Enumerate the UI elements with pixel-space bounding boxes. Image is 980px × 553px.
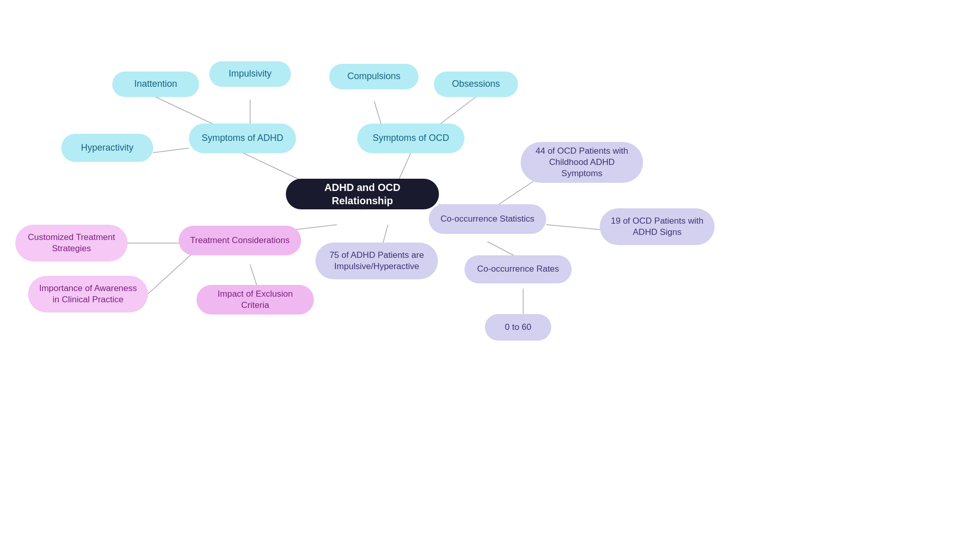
- hyperactivity-node[interactable]: Hyperactivity: [61, 134, 153, 162]
- center-node[interactable]: ADHD and OCD Relationship: [286, 179, 439, 209]
- customized-treatment-node[interactable]: Customized Treatment Strategies: [15, 225, 128, 261]
- patients-75-node[interactable]: 75 of ADHD Patients are Impulsive/Hypera…: [315, 243, 438, 279]
- impact-exclusion-node[interactable]: Impact of Exclusion Criteria: [197, 285, 314, 315]
- importance-awareness-node[interactable]: Importance of Awareness in Clinical Prac…: [28, 276, 148, 312]
- svg-line-4: [153, 148, 189, 153]
- impulsivity-node[interactable]: Impulsivity: [209, 61, 291, 87]
- patients-19-node[interactable]: 19 of OCD Patients with ADHD Signs: [600, 208, 715, 245]
- svg-line-13: [546, 225, 602, 230]
- inattention-node[interactable]: Inattention: [112, 71, 199, 97]
- cooccurrence-rates-node[interactable]: Co-occurrence Rates: [464, 255, 572, 283]
- symptoms-adhd-node[interactable]: Symptoms of ADHD: [189, 124, 296, 153]
- obsessions-node[interactable]: Obsessions: [434, 71, 518, 97]
- compulsions-node[interactable]: Compulsions: [329, 64, 419, 89]
- patients-44-node[interactable]: 44 of OCD Patients with Childhood ADHD S…: [521, 142, 643, 183]
- treatment-considerations-node[interactable]: Treatment Considerations: [179, 226, 301, 255]
- svg-line-9: [145, 250, 197, 296]
- zero-to-sixty-node[interactable]: 0 to 60: [485, 314, 551, 341]
- cooccurrence-stats-node[interactable]: Co-occurrence Statistics: [429, 204, 546, 234]
- symptoms-ocd-node[interactable]: Symptoms of OCD: [357, 124, 464, 153]
